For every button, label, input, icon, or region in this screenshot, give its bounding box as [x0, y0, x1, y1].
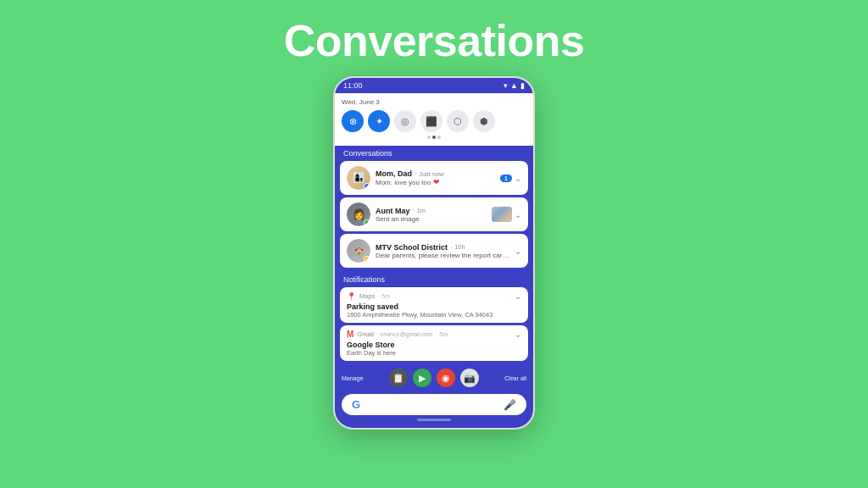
conv-chevron-aunt-may[interactable]: ⌄: [515, 210, 521, 219]
notif-header-gmail: M Gmail · chance@gmail.com · 5m ⌄: [347, 330, 521, 339]
qs-location-icon[interactable]: ⊗: [342, 110, 364, 132]
manage-button[interactable]: Manage: [342, 375, 363, 381]
conv-name-mom-dad: Mom, Dad: [376, 169, 412, 178]
maps-app-name: Maps: [359, 292, 375, 300]
qs-dnd-icon[interactable]: ◎: [394, 110, 416, 132]
mom-dad-status-dot: [364, 183, 370, 190]
google-search-bar[interactable]: G 🎤: [342, 394, 526, 415]
conv-msg-mom-dad: Mom: love you too ❤: [376, 178, 495, 186]
conv-msg-mtv: Dear parents, please review the report c…: [376, 252, 509, 259]
qs-nfc-icon[interactable]: ⬡: [447, 110, 469, 132]
mtv-status-dot: [364, 256, 370, 263]
clear-all-button[interactable]: Clear all: [504, 375, 526, 381]
qs-icons-row: ⊗ ✦ ◎ ⬛ ⬡ ⬢: [342, 110, 526, 132]
conv-content-mom-dad: Mom, Dad · Just now Mom: love you too ❤: [376, 169, 495, 186]
phone-frame: 11:00 ▾ ▲ ▮ Wed, June 3 ⊗ ✦ ◎ ⬛ ⬡ ⬢ Conv…: [333, 76, 535, 430]
qs-screenshot-icon[interactable]: ⬢: [473, 110, 495, 132]
conv-msg-aunt-may: Sent an image: [376, 215, 487, 223]
conv-actions-mtv: ⌄: [515, 247, 521, 256]
qs-trash-icon[interactable]: ⬛: [420, 110, 442, 132]
conv-name-row-mtv: MTV School District · 10h: [376, 243, 509, 252]
conv-content-mtv: MTV School District · 10h Dear parents, …: [376, 243, 509, 259]
conversations-header: Conversations: [335, 146, 533, 161]
conv-item-mtv-school[interactable]: 🏫 MTV School District · 10h Dear parents…: [340, 234, 528, 268]
page-title: Conversations: [284, 15, 585, 66]
conv-badge-mom-dad: 1: [500, 175, 512, 182]
bottom-bar: Manage 📋 ▶ ◉ 📷 Clear all: [335, 365, 533, 391]
notif-item-maps[interactable]: 📍 Maps · 5m ⌄ Parking saved 1600 Amphith…: [340, 287, 528, 323]
status-time: 11:00: [343, 81, 363, 90]
conv-chevron-mtv[interactable]: ⌄: [515, 247, 521, 256]
conv-name-aunt-may: Aunt May: [376, 207, 410, 215]
status-bar: 11:00 ▾ ▲ ▮: [335, 78, 533, 93]
gmail-app-email: · chance@gmail.com: [377, 331, 432, 337]
notif-app-row-maps: 📍 Maps · 5m: [347, 292, 390, 301]
status-icons: ▾ ▲ ▮: [504, 81, 525, 90]
camera-icon[interactable]: 📷: [460, 369, 479, 387]
qs-bluetooth-icon[interactable]: ✦: [368, 110, 390, 132]
conv-time-aunt-may: · 1m: [414, 207, 426, 214]
gmail-app-name: Gmail: [357, 330, 374, 338]
qs-dot-2: [432, 136, 436, 139]
notifications-header: Notifications: [335, 272, 533, 287]
battery-icon: ▮: [520, 81, 525, 90]
quick-settings: Wed, June 3 ⊗ ✦ ◎ ⬛ ⬡ ⬢: [335, 93, 533, 146]
conv-avatar-mtv: 🏫: [347, 239, 370, 263]
qs-date: Wed, June 3: [342, 98, 526, 106]
notif-item-gmail[interactable]: M Gmail · chance@gmail.com · 5m ⌄ Google…: [340, 325, 528, 361]
conv-actions-aunt-may: ⌄: [492, 207, 521, 222]
conv-time-mom-dad: · Just now: [415, 170, 444, 178]
conv-avatar-aunt-may: 👩: [347, 202, 370, 226]
gmail-app-time: · 5m: [436, 331, 448, 337]
conv-name-mtv: MTV School District: [376, 243, 448, 252]
maps-app-time: · 5m: [378, 293, 390, 299]
notif-chevron-maps[interactable]: ⌄: [515, 291, 521, 301]
gmail-app-icon: M: [347, 330, 353, 339]
notif-chevron-gmail[interactable]: ⌄: [515, 330, 521, 339]
conv-actions-mom-dad: 1 ⌄: [500, 174, 521, 183]
home-bar: G 🎤: [335, 391, 533, 428]
conv-avatar-mom-dad: 👩‍👦: [347, 166, 370, 190]
conv-time-mtv: · 10h: [451, 243, 465, 251]
home-indicator: [417, 419, 451, 421]
bottom-app-icons: 📋 ▶ ◉ 📷: [389, 369, 479, 387]
gmail-notif-title: Google Store: [347, 341, 521, 349]
conv-name-row-mom-dad: Mom, Dad · Just now: [376, 169, 495, 178]
maps-notif-title: Parking saved: [347, 302, 521, 311]
aunt-may-image-thumb: [492, 207, 512, 222]
conv-item-aunt-may[interactable]: 👩 Aunt May · 1m Sent an image ⌄: [340, 197, 528, 231]
qs-dot-3: [437, 136, 441, 139]
maps-notif-body: 1600 Amphitheatre Pkwy, Mountain View, C…: [347, 311, 521, 319]
conv-heart-icon: ❤: [433, 178, 440, 186]
notif-header-maps: 📍 Maps · 5m ⌄: [347, 291, 521, 301]
conv-item-mom-dad[interactable]: 👩‍👦 Mom, Dad · Just now Mom: love you to…: [340, 161, 528, 195]
play-store-icon[interactable]: ▶: [413, 369, 431, 387]
mic-icon[interactable]: 🎤: [504, 399, 516, 411]
qs-dot-1: [427, 136, 431, 139]
wifi-icon: ▾: [504, 81, 508, 90]
maps-app-icon: 📍: [347, 292, 356, 301]
notifications-section: Notifications 📍 Maps · 5m ⌄ Parking save…: [335, 272, 533, 365]
files-app-icon[interactable]: 📋: [389, 369, 408, 387]
conv-content-aunt-may: Aunt May · 1m Sent an image: [376, 207, 487, 223]
chrome-icon[interactable]: ◉: [437, 369, 455, 387]
conversations-section: Conversations 👩‍👦 Mom, Dad · Just now Mo…: [335, 146, 533, 272]
signal-icon: ▲: [510, 81, 518, 90]
conv-chevron-mom-dad[interactable]: ⌄: [515, 174, 521, 183]
gmail-notif-body: Earth Day is here: [347, 349, 521, 357]
google-g-logo: G: [352, 398, 360, 411]
notif-app-row-gmail: M Gmail · chance@gmail.com · 5m: [347, 330, 448, 339]
conv-name-row-aunt-may: Aunt May · 1m: [376, 207, 487, 215]
qs-page-dots: [342, 136, 526, 139]
aunt-may-status-dot: [364, 219, 370, 226]
